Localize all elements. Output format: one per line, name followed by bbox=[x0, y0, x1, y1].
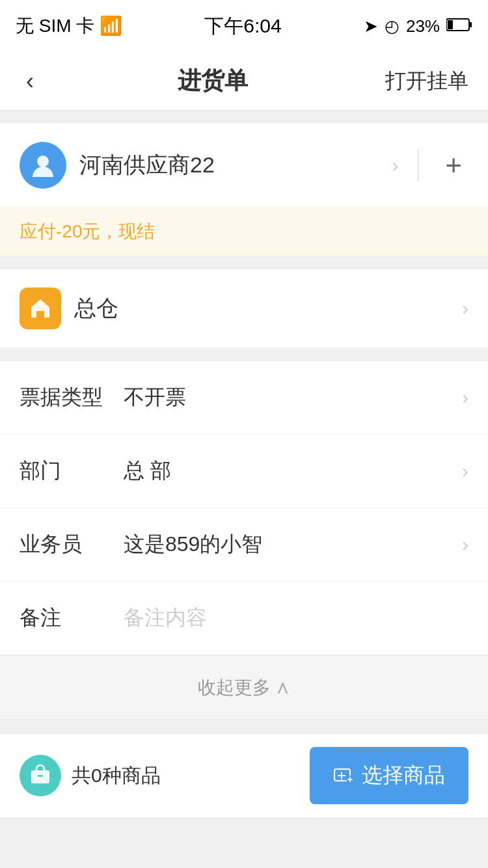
notice-text: 应付-20元，现结 bbox=[20, 221, 155, 241]
status-bar: 无 SIM 卡 📶 下午6:04 ➤ ◴ 23% bbox=[0, 0, 488, 52]
remarks-input[interactable]: 备注内容 bbox=[124, 604, 468, 632]
nav-bar: ‹ 进货单 打开挂单 bbox=[0, 52, 488, 111]
battery-percent: 23% bbox=[406, 16, 440, 36]
svg-rect-1 bbox=[469, 22, 472, 27]
product-count-text: 共0种商品 bbox=[72, 763, 161, 789]
warehouse-section: 总仓 › bbox=[0, 269, 488, 348]
remarks-label: 备注 bbox=[20, 604, 111, 632]
svg-rect-2 bbox=[448, 20, 453, 29]
battery-icon bbox=[446, 16, 472, 36]
salesperson-label: 业务员 bbox=[20, 530, 111, 559]
svg-rect-4 bbox=[36, 311, 44, 318]
remarks-row[interactable]: 备注 备注内容 bbox=[0, 582, 488, 655]
open-pending-button[interactable]: 打开挂单 bbox=[385, 67, 468, 96]
collapse-button[interactable]: 收起更多 ∧ bbox=[0, 655, 488, 720]
collapse-label: 收起更多 ∧ bbox=[198, 675, 291, 700]
page-title: 进货单 bbox=[178, 65, 248, 97]
add-supplier-button[interactable]: + bbox=[439, 149, 468, 182]
page-background bbox=[0, 817, 488, 868]
supplier-section: 河南供应商22 › + 应付-20元，现结 bbox=[0, 124, 488, 256]
warehouse-name: 总仓 bbox=[74, 293, 462, 323]
section-divider-1 bbox=[0, 111, 488, 124]
select-product-label: 选择商品 bbox=[362, 761, 445, 790]
invoice-type-chevron-icon: › bbox=[462, 387, 468, 409]
invoice-type-row[interactable]: 票据类型 不开票 › bbox=[0, 361, 488, 435]
status-indicators: ➤ ◴ 23% bbox=[364, 16, 472, 36]
alarm-icon: ◴ bbox=[385, 16, 400, 36]
bottom-action-bar: 共0种商品 选择商品 bbox=[0, 733, 488, 817]
section-divider-3 bbox=[0, 348, 488, 361]
invoice-type-value: 不开票 bbox=[124, 383, 462, 412]
warehouse-row[interactable]: 总仓 › bbox=[0, 269, 488, 348]
location-icon: ➤ bbox=[364, 16, 378, 36]
warehouse-icon bbox=[20, 288, 61, 329]
supplier-row[interactable]: 河南供应商22 › + bbox=[0, 124, 488, 208]
section-divider-4 bbox=[0, 720, 488, 733]
status-time: 下午6:04 bbox=[204, 13, 281, 40]
product-count-section: 共0种商品 bbox=[20, 755, 161, 796]
department-row[interactable]: 部门 总 部 › bbox=[0, 435, 488, 508]
salesperson-row[interactable]: 业务员 这是859的小智 › bbox=[0, 508, 488, 582]
supplier-avatar bbox=[20, 142, 66, 189]
supplier-divider bbox=[418, 149, 419, 182]
back-button[interactable]: ‹ bbox=[20, 61, 40, 102]
invoice-type-label: 票据类型 bbox=[20, 383, 111, 412]
warehouse-chevron-icon: › bbox=[462, 297, 468, 319]
form-section: 票据类型 不开票 › 部门 总 部 › 业务员 这是859的小智 › 备注 备注… bbox=[0, 361, 488, 655]
svg-rect-6 bbox=[38, 775, 43, 777]
supplier-chevron-icon: › bbox=[392, 154, 398, 176]
supplier-name: 河南供应商22 bbox=[79, 150, 392, 180]
salesperson-chevron-icon: › bbox=[462, 534, 468, 556]
department-label: 部门 bbox=[20, 457, 111, 485]
product-icon bbox=[20, 755, 61, 796]
department-value: 总 部 bbox=[124, 457, 462, 485]
svg-point-3 bbox=[37, 156, 49, 167]
status-carrier: 无 SIM 卡 📶 bbox=[16, 14, 122, 38]
notice-banner: 应付-20元，现结 bbox=[0, 208, 488, 256]
select-product-button[interactable]: 选择商品 bbox=[310, 747, 468, 804]
salesperson-value: 这是859的小智 bbox=[124, 530, 462, 559]
section-divider-2 bbox=[0, 256, 488, 269]
department-chevron-icon: › bbox=[462, 460, 468, 482]
